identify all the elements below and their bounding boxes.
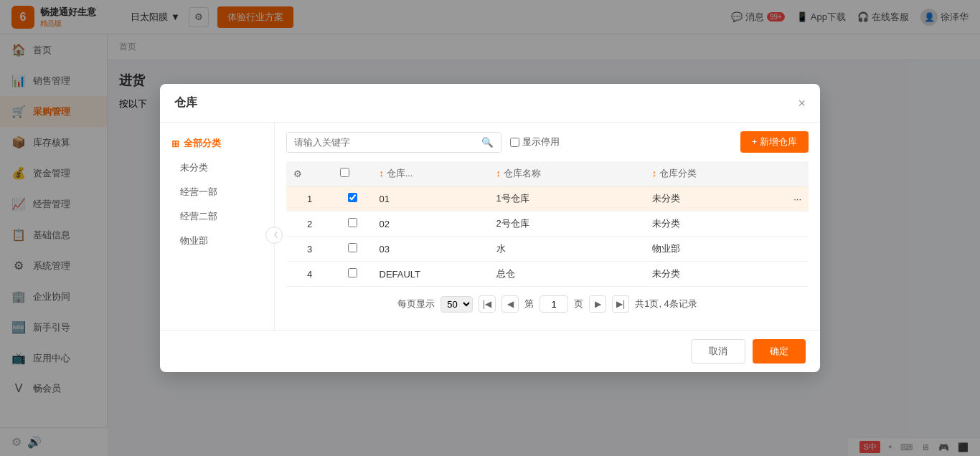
col-header-category: ↕ 仓库分类 (645, 161, 762, 186)
row-num: 1 (286, 186, 333, 212)
row-check (333, 212, 372, 237)
dialog-header: 仓库 × (160, 84, 820, 123)
table-container: ⚙ ↕ 仓库... ↕ (286, 161, 809, 287)
table-row[interactable]: 2 02 2号仓库 未分类 (286, 212, 809, 237)
category-all-icon: ⊞ (171, 138, 179, 149)
category-item-unclassified[interactable]: 未分类 (160, 156, 274, 180)
page-prev-btn[interactable]: ◀ (501, 295, 519, 313)
page-last-btn[interactable]: ▶| (612, 295, 629, 313)
cancel-button[interactable]: 取消 (691, 339, 745, 364)
row-code: 03 (372, 237, 489, 262)
warehouse-dialog: 仓库 × ⊞ 全部分类 未分类 经营一部 经营二部 物业部 《 (160, 84, 820, 372)
table-row[interactable]: 1 01 1号仓库 未分类 ··· (286, 186, 809, 212)
category-item-dept1[interactable]: 经营一部 (160, 180, 274, 204)
row-num: 4 (286, 262, 333, 287)
show-disabled-checkbox[interactable] (510, 138, 519, 147)
row-check (333, 186, 372, 212)
collapse-panel-button[interactable]: 《 (265, 227, 283, 244)
pagination: 每页显示 50 |◀ ◀ 第 页 ▶ ▶| 共1页, 4条记录 (286, 287, 809, 321)
col-header-more (762, 161, 809, 186)
row-category: 物业部 (645, 237, 762, 262)
select-all-checkbox[interactable] (340, 168, 349, 177)
row-num: 2 (286, 212, 333, 237)
per-page-select[interactable]: 50 (440, 296, 473, 313)
row-code: 02 (372, 212, 489, 237)
row-more[interactable] (762, 262, 809, 287)
table-body: 1 01 1号仓库 未分类 ··· 2 02 2 (286, 186, 809, 287)
row-code: DEFAULT (372, 262, 489, 287)
category-item-property[interactable]: 物业部 (160, 229, 274, 253)
dialog-close-button[interactable]: × (798, 97, 806, 110)
row-more[interactable] (762, 212, 809, 237)
row-more[interactable]: ··· (762, 186, 809, 212)
table-row[interactable]: 4 DEFAULT 总仓 未分类 (286, 262, 809, 287)
row-name: 总仓 (489, 262, 645, 287)
confirm-button[interactable]: 确定 (753, 339, 806, 364)
table-row[interactable]: 3 03 水 物业部 (286, 237, 809, 262)
search-button[interactable]: 🔍 (474, 133, 501, 152)
category-all[interactable]: ⊞ 全部分类 (160, 131, 274, 156)
row-num: 3 (286, 237, 333, 262)
dialog-overlay: 仓库 × ⊞ 全部分类 未分类 经营一部 经营二部 物业部 《 (0, 0, 980, 456)
page-next-btn[interactable]: ▶ (589, 295, 606, 313)
row-category: 未分类 (645, 186, 762, 212)
row-name: 2号仓库 (489, 212, 645, 237)
show-disabled-label[interactable]: 显示停用 (510, 136, 560, 148)
row-code: 01 (372, 186, 489, 212)
col-header-name: ↕ 仓库名称 (489, 161, 645, 186)
dialog-footer: 取消 确定 (160, 330, 820, 372)
row-name: 1号仓库 (489, 186, 645, 212)
row-category: 未分类 (645, 212, 762, 237)
row-category: 未分类 (645, 262, 762, 287)
warehouse-table: ⚙ ↕ 仓库... ↕ (286, 161, 809, 287)
category-panel: ⊞ 全部分类 未分类 经营一部 经营二部 物业部 《 (160, 123, 275, 330)
add-warehouse-button[interactable]: + 新增仓库 (740, 131, 809, 153)
col-header-check (333, 161, 372, 186)
data-toolbar: 🔍 显示停用 + 新增仓库 (286, 131, 809, 153)
search-input[interactable] (287, 133, 474, 152)
table-header: ⚙ ↕ 仓库... ↕ (286, 161, 809, 186)
data-panel: 🔍 显示停用 + 新增仓库 ⚙ (275, 123, 820, 330)
category-item-dept2[interactable]: 经营二部 (160, 204, 274, 229)
page-number-input[interactable] (540, 295, 568, 313)
col-header-gear: ⚙ (286, 161, 333, 186)
col-header-code: ↕ 仓库... (372, 161, 489, 186)
page-first-btn[interactable]: |◀ (479, 295, 496, 313)
dialog-title: 仓库 (174, 95, 197, 110)
row-more[interactable] (762, 237, 809, 262)
search-box: 🔍 (286, 132, 501, 153)
row-name: 水 (489, 237, 645, 262)
row-check (333, 262, 372, 287)
row-check (333, 237, 372, 262)
dialog-body: ⊞ 全部分类 未分类 经营一部 经营二部 物业部 《 🔍 (160, 123, 820, 330)
